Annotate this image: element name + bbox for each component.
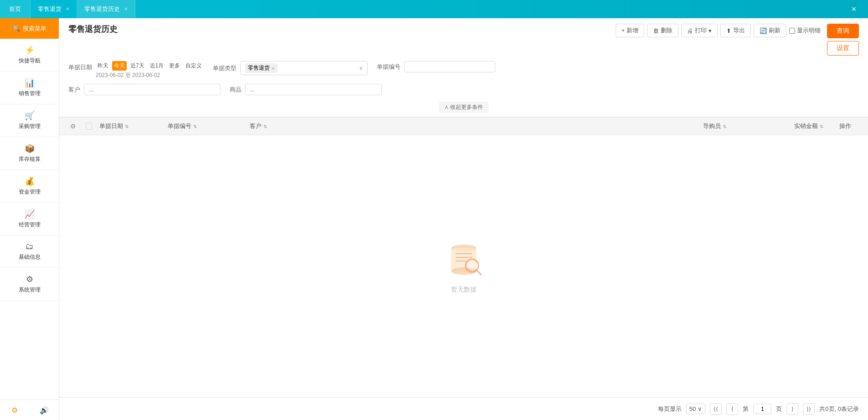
bill-type-tag-value: 零售退货 <box>248 64 270 72</box>
page-unit-label: 第 <box>743 405 749 413</box>
th-ops-label: 操作 <box>839 122 851 130</box>
th-ops: 操作 <box>827 122 863 130</box>
column-settings-icon[interactable]: ⚙ <box>70 123 76 130</box>
sidebar-item-operations[interactable]: 📈 经营管理 <box>0 203 59 236</box>
pagination: 每页显示 50 ∨ ⟨⟨ ⟨ 第 页 ⟩ ⟩⟩ 共0页, 0条记录 <box>59 397 868 420</box>
sidebar-items: ⚡ 快捷导航 📊 销售管理 🛒 采购管理 📦 库存核算 💰 资金管理 📈 <box>0 39 59 400</box>
bill-type-tag: 零售退货 × <box>245 63 277 73</box>
inventory-icon: 📦 <box>25 143 35 154</box>
total-info: 共0页, 0条记录 <box>819 405 859 413</box>
sidebar-item-finance-label: 资金管理 <box>19 188 41 196</box>
refresh-icon: 🔄 <box>760 27 767 34</box>
goods-input[interactable] <box>245 84 382 95</box>
print-icon: 🖨 <box>687 27 693 34</box>
print-arrow-icon: ▾ <box>709 27 712 34</box>
th-guide[interactable]: 导购员 ⇅ <box>699 122 768 130</box>
tab-retail-return[interactable]: 零售退货 × <box>31 0 77 18</box>
date-opt-1month[interactable]: 近1月 <box>148 61 166 71</box>
sidebar-item-inventory[interactable]: 📦 库存核算 <box>0 137 59 170</box>
table-container: ⚙ 单据日期 ⇅ 单据编号 ⇅ 客户 ⇅ 导购员 <box>59 117 868 397</box>
first-page-button[interactable]: ⟨⟨ <box>710 403 722 415</box>
date-opt-today[interactable]: 今天 <box>112 61 127 71</box>
sidebar-audio-button[interactable]: 🔊 <box>30 400 59 420</box>
filter-row-1: 单据日期 昨天 今天 近7天 近1月 更多 自定义 2023-06-02 至 2… <box>68 61 859 79</box>
print-button[interactable]: 🖨 打印 ▾ <box>681 24 718 37</box>
empty-state-illustration <box>441 239 487 280</box>
bill-no-input[interactable] <box>404 61 495 72</box>
finance-icon: 💰 <box>25 176 35 186</box>
th-billno[interactable]: 单据编号 ⇅ <box>164 122 246 130</box>
sidebar-item-system-label: 系统管理 <box>19 286 41 294</box>
sidebar-settings-button[interactable]: ⚙ <box>0 400 30 420</box>
th-amount[interactable]: 实销金额 ⇅ <box>768 122 827 130</box>
sidebar-item-operations-label: 经营管理 <box>19 221 41 229</box>
page-title: 零售退货历史 <box>68 24 118 35</box>
sidebar-item-finance[interactable]: 💰 资金管理 <box>0 170 59 203</box>
customer-label: 客户 <box>68 86 80 94</box>
sidebar-item-quick-nav-label: 快捷导航 <box>19 57 41 65</box>
table-header: ⚙ 单据日期 ⇅ 单据编号 ⇅ 客户 ⇅ 导购员 <box>59 117 868 135</box>
filter-row-2: 客户 商品 <box>68 84 859 95</box>
customer-filter: 客户 <box>68 84 221 95</box>
th-gear[interactable]: ⚙ <box>64 123 82 130</box>
last-page-button[interactable]: ⟩⟩ <box>803 403 815 415</box>
show-detail-checkbox[interactable] <box>789 28 795 34</box>
settings-button[interactable]: 设置 <box>827 41 859 56</box>
tab-home[interactable]: 首页 <box>0 0 31 18</box>
empty-state-text: 暂无数据 <box>451 286 477 294</box>
toolbar: + 新增 🗑 删除 🖨 打印 ▾ ⬆ 导出 <box>616 24 859 56</box>
svg-point-7 <box>468 261 476 270</box>
sidebar-item-quick-nav[interactable]: ⚡ 快捷导航 <box>0 39 59 72</box>
date-opt-more[interactable]: 更多 <box>167 61 182 71</box>
page-size-select[interactable]: 50 ∨ <box>686 404 705 414</box>
bill-type-select[interactable]: 零售退货 × ∨ <box>240 61 368 75</box>
date-opt-yesterday[interactable]: 昨天 <box>96 61 110 71</box>
date-opt-custom[interactable]: 自定义 <box>184 61 204 71</box>
export-button[interactable]: ⬆ 导出 <box>720 24 751 37</box>
th-date-label: 单据日期 <box>99 122 123 130</box>
collapse-button[interactable]: ∧ 收起更多条件 <box>439 102 488 113</box>
th-guide-sort-icon: ⇅ <box>723 124 726 129</box>
query-button[interactable]: 查询 <box>827 24 859 38</box>
sidebar-item-system[interactable]: ⚙ 系统管理 <box>0 268 59 301</box>
tab-list: 首页 零售退货 × 零售退货历史 × <box>0 0 840 18</box>
sidebar-item-purchase[interactable]: 🛒 采购管理 <box>0 104 59 137</box>
show-detail-label: 显示明细 <box>797 26 821 35</box>
tab-retail-return-close[interactable]: × <box>66 6 69 12</box>
sidebar-item-sales[interactable]: 📊 销售管理 <box>0 72 59 104</box>
sidebar-search[interactable]: 🔍 搜索菜单 <box>0 18 59 39</box>
collapse-row: ∧ 收起更多条件 <box>68 100 859 113</box>
sidebar: 🔍 搜索菜单 ⚡ 快捷导航 📊 销售管理 🛒 采购管理 📦 库存核算 💰 <box>0 18 59 420</box>
next-page-button[interactable]: ⟩ <box>786 403 798 415</box>
th-date[interactable]: 单据日期 ⇅ <box>96 122 164 130</box>
th-customer-label: 客户 <box>250 122 262 130</box>
delete-button[interactable]: 🗑 删除 <box>647 24 678 37</box>
prev-page-button[interactable]: ⟨ <box>726 403 738 415</box>
bill-no-filter: 单据编号 <box>377 61 495 72</box>
date-opt-7days[interactable]: 近7天 <box>128 61 146 71</box>
tab-retail-return-history[interactable]: 零售退货历史 × <box>77 0 135 18</box>
th-customer[interactable]: 客户 ⇅ <box>246 122 699 130</box>
tab-retail-return-history-close[interactable]: × <box>124 6 128 12</box>
purchase-icon: 🛒 <box>25 111 35 121</box>
select-all-checkbox[interactable] <box>86 123 92 130</box>
sidebar-search-label: 搜索菜单 <box>23 25 46 33</box>
sidebar-item-basic-info[interactable]: 🗂 基础信息 <box>0 236 59 268</box>
query-settings-group: 查询 设置 <box>827 24 859 56</box>
filter-area: 单据日期 昨天 今天 近7天 近1月 更多 自定义 2023-06-02 至 2… <box>68 61 859 113</box>
show-detail-checkbox-label[interactable]: 显示明细 <box>789 26 821 35</box>
new-button[interactable]: + 新增 <box>616 24 644 37</box>
delete-label: 删除 <box>661 26 673 35</box>
customer-input[interactable] <box>84 84 221 95</box>
tab-home-label: 首页 <box>9 5 21 13</box>
print-label: 打印 <box>695 26 707 35</box>
th-checkbox[interactable] <box>82 123 96 130</box>
current-page-input[interactable] <box>753 404 771 414</box>
tab-retail-return-label: 零售退货 <box>38 5 62 13</box>
th-date-sort-icon: ⇅ <box>125 124 128 129</box>
refresh-button[interactable]: 🔄 刷新 <box>754 24 786 37</box>
export-icon: ⬆ <box>726 27 731 34</box>
window-close-button[interactable]: × <box>847 2 861 16</box>
bill-type-tag-close[interactable]: × <box>272 66 274 71</box>
sidebar-item-basic-info-label: 基础信息 <box>19 253 41 261</box>
